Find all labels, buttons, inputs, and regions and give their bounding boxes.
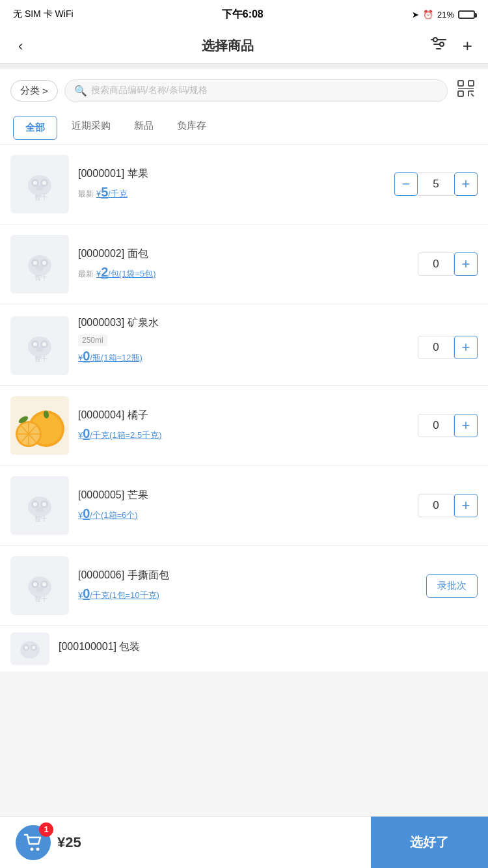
svg-point-24 bbox=[36, 265, 44, 271]
qty-input[interactable] bbox=[418, 336, 454, 359]
qty-control-0000003: + bbox=[418, 336, 478, 359]
product-item-partial: [000100001] 包装 bbox=[0, 626, 488, 671]
product-info-0000001: [0000001] 苹果 最新 ¥5/千克 bbox=[78, 167, 385, 201]
qty-control-0000001: − + bbox=[394, 172, 478, 196]
qty-input[interactable] bbox=[418, 414, 454, 437]
svg-text:智十: 智十 bbox=[34, 355, 47, 362]
bottom-bar: 1 ¥25 选好了 bbox=[0, 816, 488, 868]
svg-point-60 bbox=[25, 646, 28, 649]
qty-control-0000004: + bbox=[418, 414, 478, 437]
page-title: 选择商品 bbox=[202, 37, 254, 55]
tab-all[interactable]: 全部 bbox=[13, 116, 57, 140]
qty-input[interactable] bbox=[418, 172, 454, 196]
filter-bar: 分类 > 🔍 搜索商品编码/名称/条码/规格 bbox=[0, 69, 488, 112]
product-info-000100001: [000100001] 包装 bbox=[59, 640, 478, 658]
product-list: 智十 [0000001] 苹果 最新 ¥5/千克 − + bbox=[0, 144, 488, 671]
qty-control-0000002: + bbox=[418, 252, 478, 276]
search-icon: 🔍 bbox=[74, 85, 87, 97]
product-name: [0000001] 苹果 bbox=[78, 167, 385, 181]
product-info-0000002: [0000002] 面包 最新 ¥2/包(1袋=5包) bbox=[78, 247, 409, 281]
cart-section: 1 ¥25 bbox=[0, 825, 97, 860]
product-price: 最新 ¥5/千克 bbox=[78, 185, 385, 200]
svg-text:智十: 智十 bbox=[34, 194, 47, 201]
product-image-0000006: 智十 bbox=[10, 556, 69, 615]
alarm-icon: ⏰ bbox=[423, 10, 433, 20]
svg-rect-7 bbox=[458, 91, 463, 96]
product-price: ¥0/千克(1包=10千克) bbox=[78, 586, 417, 601]
svg-point-48 bbox=[36, 507, 44, 512]
tab-recent[interactable]: 近期采购 bbox=[60, 112, 122, 144]
svg-point-3 bbox=[433, 38, 437, 42]
category-button[interactable]: 分类 > bbox=[10, 80, 58, 102]
svg-point-16 bbox=[42, 181, 46, 185]
product-image-0000003: 智十 bbox=[10, 316, 69, 375]
status-right: ➤ ⏰ 21% bbox=[412, 10, 475, 20]
svg-text:智十: 智十 bbox=[34, 595, 47, 603]
product-item: 智十 [0000002] 面包 最新 ¥2/包(1袋=5包) + bbox=[0, 224, 488, 305]
qty-input[interactable] bbox=[418, 252, 454, 276]
search-box[interactable]: 🔍 搜索商品编码/名称/条码/规格 bbox=[64, 79, 448, 102]
product-info-0000003: [0000003] 矿泉水 250ml ¥0/瓶(1箱=12瓶) bbox=[78, 316, 409, 365]
tab-negative[interactable]: 负库存 bbox=[165, 112, 218, 144]
nav-bar: ‹ 选择商品 + bbox=[0, 29, 488, 64]
product-price: ¥0/个(1箱=6个) bbox=[78, 506, 409, 521]
product-price: 最新 ¥2/包(1袋=5包) bbox=[78, 265, 409, 280]
status-bar: 无 SIM 卡 WiFi 下午6:08 ➤ ⏰ 21% bbox=[0, 0, 488, 29]
status-time: 下午6:08 bbox=[222, 8, 264, 21]
add-button[interactable]: + bbox=[460, 33, 475, 59]
product-item: [0000004] 橘子 ¥0/千克(1箱=2.5千克) + bbox=[0, 386, 488, 466]
svg-point-29 bbox=[33, 342, 37, 346]
product-name: [0000005] 芒果 bbox=[78, 489, 409, 502]
product-item: 智十 [0000003] 矿泉水 250ml ¥0/瓶(1箱=12瓶) + bbox=[0, 305, 488, 386]
cart-icon-wrap[interactable]: 1 bbox=[16, 825, 51, 860]
qty-control-0000005: + bbox=[418, 494, 478, 517]
tab-bar: 全部 近期采购 新品 负库存 bbox=[0, 112, 488, 144]
status-left: 无 SIM 卡 WiFi bbox=[13, 8, 74, 20]
product-name: [0000002] 面包 bbox=[78, 247, 409, 261]
product-name: [0000003] 矿泉水 bbox=[78, 316, 409, 330]
svg-point-55 bbox=[36, 587, 44, 592]
svg-text:智十: 智十 bbox=[34, 274, 47, 281]
qty-plus-button[interactable]: + bbox=[454, 414, 478, 437]
filter-button[interactable] bbox=[427, 34, 450, 58]
confirm-button[interactable]: 选好了 bbox=[371, 817, 488, 869]
svg-rect-6 bbox=[468, 81, 474, 86]
product-item: 智十 [0000001] 苹果 最新 ¥5/千克 − + bbox=[0, 144, 488, 224]
svg-rect-5 bbox=[458, 81, 463, 86]
product-name: [0000004] 橘子 bbox=[78, 409, 409, 422]
svg-line-10 bbox=[471, 94, 474, 96]
product-name: [000100001] 包装 bbox=[59, 640, 478, 654]
divider bbox=[0, 64, 488, 69]
battery-percent: 21% bbox=[437, 10, 454, 20]
qty-input[interactable] bbox=[418, 494, 454, 517]
svg-point-15 bbox=[33, 181, 37, 185]
tab-new[interactable]: 新品 bbox=[122, 112, 165, 144]
chevron-right-icon: > bbox=[42, 85, 48, 96]
qty-minus-button[interactable]: − bbox=[394, 172, 418, 196]
product-price: ¥0/千克(1箱=2.5千克) bbox=[78, 426, 409, 441]
product-spec: 250ml bbox=[78, 334, 107, 346]
qty-plus-button[interactable]: + bbox=[454, 252, 478, 276]
qty-plus-button[interactable]: + bbox=[454, 172, 478, 196]
batch-button[interactable]: 录批次 bbox=[426, 574, 478, 598]
svg-point-57 bbox=[20, 641, 40, 658]
svg-text:智十: 智十 bbox=[34, 515, 47, 522]
svg-point-54 bbox=[42, 582, 46, 586]
back-button[interactable]: ‹ bbox=[13, 33, 28, 60]
svg-point-23 bbox=[42, 261, 46, 265]
svg-point-53 bbox=[33, 582, 37, 586]
svg-point-46 bbox=[33, 502, 37, 506]
svg-point-47 bbox=[42, 502, 46, 506]
qty-control-0000006: 录批次 bbox=[426, 574, 478, 598]
product-name: [0000006] 手撕面包 bbox=[78, 569, 417, 582]
battery-icon bbox=[458, 10, 475, 19]
cart-badge: 1 bbox=[39, 822, 53, 837]
search-placeholder: 搜索商品编码/名称/条码/规格 bbox=[91, 85, 208, 96]
qty-plus-button[interactable]: + bbox=[454, 336, 478, 359]
qty-plus-button[interactable]: + bbox=[454, 494, 478, 517]
product-info-0000006: [0000006] 手撕面包 ¥0/千克(1包=10千克) bbox=[78, 569, 417, 603]
svg-point-22 bbox=[33, 261, 37, 265]
product-info-0000004: [0000004] 橘子 ¥0/千克(1箱=2.5千克) bbox=[78, 409, 409, 442]
category-label: 分类 bbox=[20, 85, 40, 97]
scan-button[interactable] bbox=[454, 77, 478, 104]
